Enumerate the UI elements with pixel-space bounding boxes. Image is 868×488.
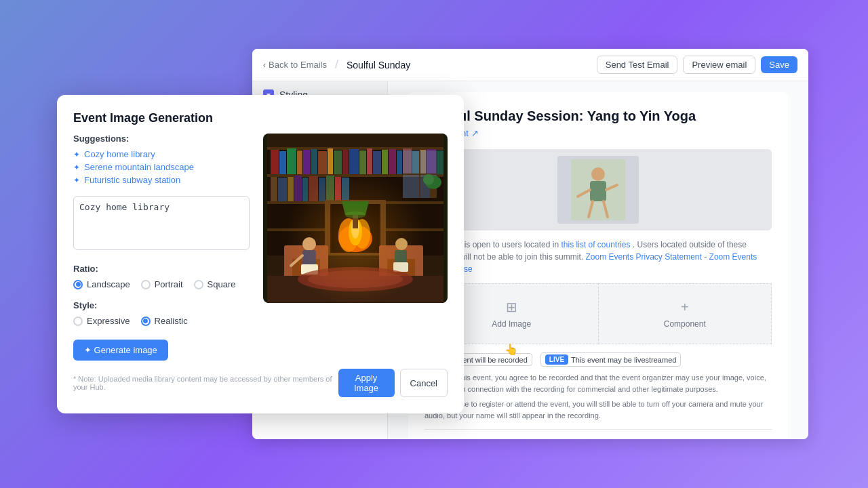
yoga-image — [557, 156, 639, 224]
add-component-box[interactable]: + Component — [598, 283, 772, 344]
modal-right-panel — [263, 134, 448, 361]
ratio-portrait[interactable]: Portrait — [141, 279, 183, 289]
ticket-name: General Admission — [425, 438, 505, 439]
recording-row: ▣ This event will be recorded LIVE This … — [425, 352, 772, 367]
sparkle-icon-1: ✦ — [73, 150, 80, 159]
sparkle-icon-3: ✦ — [73, 176, 80, 185]
style-realistic[interactable]: Realistic — [141, 316, 188, 326]
svg-point-1 — [591, 167, 605, 181]
save-button[interactable]: Save — [761, 56, 797, 73]
radio-landscape-circle — [73, 280, 83, 289]
modal-note: * Note: Uploaded media library content m… — [73, 375, 338, 391]
radio-square-circle — [194, 280, 203, 289]
back-chevron-icon: ‹ — [263, 60, 266, 70]
hero-image — [425, 149, 772, 230]
external-link-icon: ↗ — [471, 128, 479, 138]
preview-card: Soulful Sunday Session: Yang to Yin Yoga… — [408, 92, 788, 439]
add-component-label: Component — [664, 319, 706, 329]
modal-title: Event Image Generation — [73, 111, 448, 125]
modal-content: Suggestions: ✦ Cozy home library ✦ Seren… — [73, 134, 448, 361]
style-section: Style: Expressive Realistic — [73, 300, 250, 326]
sparkle-icon-2: ✦ — [73, 163, 80, 172]
add-image-label: Add Image — [492, 319, 531, 329]
ratio-section: Ratio: Landscape Portrait Square — [73, 264, 250, 289]
apply-image-button[interactable]: Apply Image — [338, 369, 395, 397]
modal-footer-buttons: Apply Image Cancel — [338, 369, 448, 397]
preview-email-button[interactable]: Preview email — [683, 56, 755, 74]
privacy-link[interactable]: Zoom Events Privacy Statement — [585, 252, 701, 262]
editor-header: ‹ Back to Emails / Soulful Sunday Send T… — [252, 49, 808, 81]
radio-portrait-circle — [141, 280, 151, 289]
svg-rect-2 — [590, 181, 606, 201]
style-radio-group: Expressive Realistic — [73, 316, 250, 326]
suggestion-3[interactable]: ✦ Futuristic subway station — [73, 175, 250, 185]
live-badge: LIVE This event may be livestreamed — [540, 352, 682, 367]
generated-image — [263, 134, 448, 303]
view-event-link[interactable]: View Event ↗ — [425, 128, 772, 138]
back-label: Back to Emails — [269, 60, 327, 70]
style-expressive[interactable]: Expressive — [73, 316, 130, 326]
ratio-label: Ratio: — [73, 264, 250, 274]
ratio-landscape[interactable]: Landscape — [73, 279, 130, 289]
event-info-text: This event is open to users located in t… — [425, 239, 772, 275]
event-title: Soulful Sunday Session: Yang to Yin Yoga — [425, 108, 772, 124]
editor-actions: Send Test Email Preview email Save — [597, 56, 797, 74]
cursor-hand-icon: 👆 — [505, 343, 518, 356]
suggestion-2[interactable]: ✦ Serene mountain landscape — [73, 162, 250, 172]
send-test-button[interactable]: Send Test Email — [597, 56, 678, 74]
prompt-textarea[interactable]: Cozy home library — [73, 196, 250, 250]
add-component-icon: + — [681, 300, 689, 315]
modal-footer: * Note: Uploaded media library content m… — [73, 369, 448, 397]
generate-image-button[interactable]: ✦ Generate image — [73, 340, 168, 361]
add-image-icon: ⊞ — [506, 299, 517, 315]
image-generation-modal: Event Image Generation Suggestions: ✦ Co… — [57, 95, 464, 413]
radio-expressive-circle — [73, 317, 83, 326]
ratio-square[interactable]: Square — [194, 279, 236, 289]
ticket-row: General Admission My Ticket Free — [425, 429, 772, 439]
live-label: LIVE — [545, 354, 568, 365]
ratio-radio-group: Landscape Portrait Square — [73, 279, 250, 289]
countries-link[interactable]: this list of countries — [561, 240, 630, 249]
title-separator: / — [335, 58, 338, 72]
add-content-section: ⊞ Add Image 👆 + Component — [425, 283, 772, 344]
consent-text: By joining this event, you agree to be r… — [425, 372, 772, 421]
ticket-info: General Admission My Ticket — [425, 438, 505, 439]
library-scene-svg — [263, 134, 448, 303]
radio-realistic-circle — [141, 317, 151, 326]
cancel-button[interactable]: Cancel — [400, 369, 448, 397]
suggestions-label: Suggestions: — [73, 134, 250, 144]
editor-title: Soulful Sunday — [347, 60, 410, 70]
style-label: Style: — [73, 300, 250, 310]
yoga-figure-svg — [571, 159, 625, 220]
back-to-emails-link[interactable]: ‹ Back to Emails — [263, 60, 327, 70]
suggestion-1[interactable]: ✦ Cozy home library — [73, 149, 250, 159]
modal-left-panel: Suggestions: ✦ Cozy home library ✦ Seren… — [73, 134, 250, 361]
svg-point-83 — [423, 174, 434, 185]
